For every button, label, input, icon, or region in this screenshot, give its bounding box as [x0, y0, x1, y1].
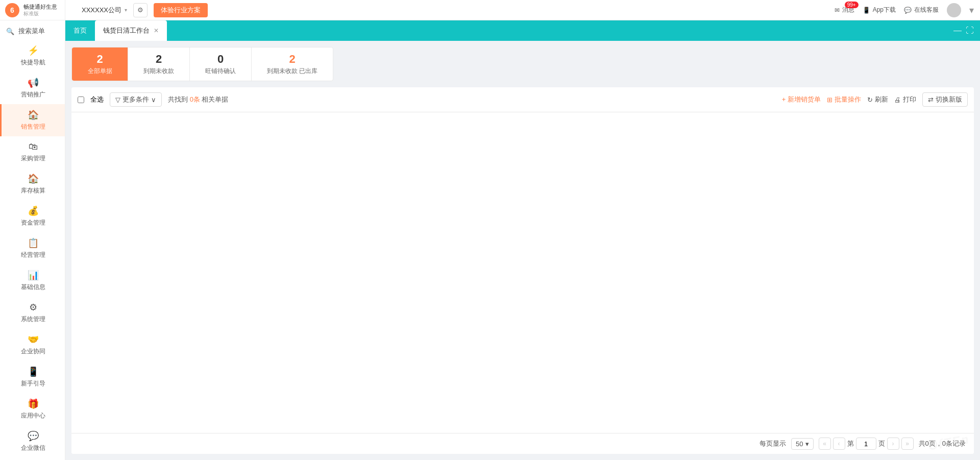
sidebar-icon-marketing: 📢 [28, 77, 39, 88]
last-page-icon: » [905, 440, 909, 447]
sidebar-header: 6 畅捷通好生意 标准版 [0, 0, 65, 20]
refresh-button[interactable]: ↻ 刷新 [867, 95, 888, 104]
tab-home[interactable]: 首页 [65, 20, 95, 41]
trial-button[interactable]: 体验行业方案 [154, 3, 208, 17]
sidebar-search[interactable]: 🔍 搜索菜单 [0, 22, 65, 40]
company-name: XXXXXX公司 [82, 6, 121, 15]
page-label: 第 [847, 439, 854, 448]
sidebar-item-purchase[interactable]: 🛍 采购管理 [0, 136, 65, 168]
filter-chevron-icon: ∨ [151, 96, 156, 104]
stat-label-shipped: 到期未收款 已出库 [267, 67, 317, 76]
table-container: 全选 ▽ 更多条件 ∨ 共找到 0条 相关单据 + 新增销货单 ⊞ [71, 87, 974, 454]
stat-label-all: 全部单据 [88, 67, 112, 76]
sidebar-item-cooperation[interactable]: 🤝 企业协同 [0, 329, 65, 361]
stat-tabs: 2 全部单据 2 到期未收款 0 旺铺待确认 2 到期未收款 已出库 [71, 47, 333, 81]
stat-tab-all[interactable]: 2 全部单据 [72, 47, 128, 81]
toolbar-right: + 新增销货单 ⊞ 批量操作 ↻ 刷新 🖨 打印 ⇄ [782, 92, 968, 107]
stat-num-all: 2 [96, 53, 103, 66]
sidebar-icon-operations: 📋 [28, 237, 39, 249]
logo-text: 畅捷通好生意 标准版 [23, 3, 57, 17]
logo-icon: 6 [5, 3, 19, 17]
page-label-end: 页 [878, 439, 885, 448]
stat-num-pending: 0 [217, 53, 224, 66]
sidebar-icon-purchase: 🛍 [29, 141, 38, 152]
sidebar-label-sales: 销售管理 [21, 123, 45, 131]
tab-bar-actions: — ⛶ [953, 26, 980, 35]
sidebar-icon-cooperation: 🤝 [28, 334, 39, 345]
sidebar-item-marketing[interactable]: 📢 营销推广 [0, 72, 65, 104]
switch-version-button[interactable]: ⇄ 切换新版 [922, 92, 968, 107]
sidebar-label-guide: 新手引导 [21, 379, 45, 388]
print-button[interactable]: 🖨 打印 [894, 95, 916, 104]
avatar[interactable] [947, 3, 961, 17]
select-all-checkbox[interactable] [78, 96, 84, 103]
sidebar-item-app-center[interactable]: 🎁 应用中心 [0, 393, 65, 425]
sidebar-label-basic-info: 基础信息 [21, 283, 45, 292]
batch-ops-button[interactable]: ⊞ 批量操作 [827, 95, 861, 104]
sidebar-item-member[interactable]: ◇ 畅会员 [0, 457, 65, 460]
page-size-chevron: ▾ [805, 440, 809, 448]
user-menu-arrow[interactable]: ▾ [969, 5, 974, 16]
filter-button[interactable]: ▽ 更多条件 ∨ [110, 92, 162, 107]
tab-close-icon[interactable]: ✕ [154, 27, 159, 34]
sidebar-item-system[interactable]: ⚙ 系统管理 [0, 297, 65, 329]
online-support-button[interactable]: 💬 在线客服 [904, 6, 939, 14]
sidebar-item-sales[interactable]: 🏠 销售管理 [0, 104, 65, 136]
sidebar-item-quick-nav[interactable]: ⚡ 快捷导航 [0, 40, 65, 72]
support-icon: 💬 [904, 7, 912, 14]
page-size-selector[interactable]: 50 ▾ [791, 438, 813, 450]
sidebar-icon-app-center: 🎁 [28, 398, 39, 409]
prev-page-icon: ‹ [838, 440, 840, 447]
sidebar-label-wechat: 企业微信 [21, 444, 45, 452]
next-page-button[interactable]: › [887, 438, 899, 450]
gear-icon: ⚙ [137, 6, 143, 14]
found-count: 0条 [190, 95, 200, 103]
refresh-icon: ↻ [867, 96, 873, 104]
sidebar: 6 畅捷通好生意 标准版 🔍 搜索菜单 ⚡ 快捷导航 📢 营销推广 🏠 销售管理… [0, 0, 65, 460]
stat-tab-pending[interactable]: 0 旺铺待确认 [190, 47, 252, 81]
header-center: XXXXXX公司 ▾ ⚙ 体验行业方案 [71, 3, 835, 17]
add-sale-button[interactable]: + 新增销货单 [782, 95, 821, 104]
sidebar-label-inventory: 库存核算 [21, 186, 45, 195]
sidebar-item-operations[interactable]: 📋 经营管理 [0, 232, 65, 264]
filter-icon: ▽ [115, 96, 120, 104]
sidebar-item-guide[interactable]: 📱 新手引导 [0, 361, 65, 393]
download-icon: 📱 [863, 7, 870, 14]
toolbar-left: 全选 ▽ 更多条件 ∨ 共找到 0条 相关单据 [78, 92, 776, 107]
sidebar-label-system: 系统管理 [21, 315, 45, 324]
tab-minimize-icon[interactable]: — [953, 26, 962, 35]
search-icon: 🔍 [6, 28, 14, 35]
sidebar-nav: 🔍 搜索菜单 ⚡ 快捷导航 📢 营销推广 🏠 销售管理 🛍 采购管理 🏠 库存核… [0, 20, 65, 460]
messages-badge: 99+ [845, 2, 859, 8]
sidebar-item-wechat[interactable]: 💬 企业微信 [0, 425, 65, 457]
main-content: 2 全部单据 2 到期未收款 0 旺铺待确认 2 到期未收款 已出库 [65, 41, 980, 460]
sidebar-icon-wechat: 💬 [28, 430, 39, 442]
next-page-icon: › [892, 440, 894, 447]
sidebar-label-marketing: 营销推广 [21, 90, 45, 99]
first-page-icon: « [823, 440, 826, 447]
tab-maximize-icon[interactable]: ⛶ [966, 26, 974, 35]
pagination-bar: 每页显示 50 ▾ « ‹ 第 页 › [71, 433, 974, 454]
table-body [71, 112, 974, 433]
tab-workbench[interactable]: 钱货日清工作台 ✕ [95, 20, 167, 41]
stat-tab-shipped[interactable]: 2 到期未收款 已出库 [252, 47, 333, 81]
company-selector[interactable]: XXXXXX公司 ▾ [82, 6, 127, 15]
app-download-button[interactable]: 📱 App下载 [863, 6, 896, 14]
first-page-button[interactable]: « [819, 438, 831, 450]
messages-button[interactable]: ✉ 消息 99+ [835, 6, 854, 14]
content-area: 2 全部单据 2 到期未收款 0 旺铺待确认 2 到期未收款 已出库 [65, 41, 980, 460]
sidebar-icon-guide: 📱 [28, 366, 39, 377]
prev-page-button[interactable]: ‹ [833, 438, 845, 450]
tab-bar: 首页 钱货日清工作台 ✕ — ⛶ [65, 20, 980, 41]
sidebar-label-app-center: 应用中心 [21, 411, 45, 420]
sidebar-label-quick-nav: 快捷导航 [21, 58, 45, 67]
last-page-button[interactable]: » [901, 438, 914, 450]
sidebar-item-basic-info[interactable]: 📊 基础信息 [0, 264, 65, 297]
stat-tab-overdue[interactable]: 2 到期未收款 [128, 47, 190, 81]
sidebar-item-inventory[interactable]: 🏠 库存核算 [0, 168, 65, 200]
print-icon: 🖨 [894, 96, 901, 104]
total-text: 共0页，0条记录 [919, 439, 966, 448]
settings-button[interactable]: ⚙ [133, 3, 148, 17]
page-input[interactable] [856, 438, 876, 450]
sidebar-item-finance[interactable]: 💰 资金管理 [0, 200, 65, 232]
